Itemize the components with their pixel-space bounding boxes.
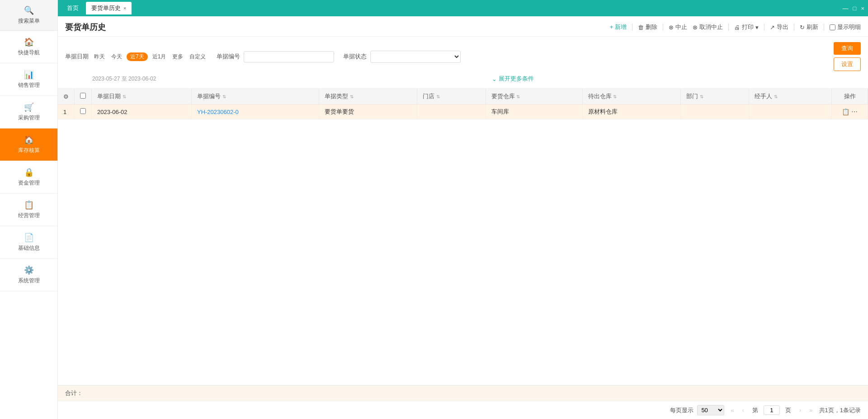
print-button-label: 打印 xyxy=(742,23,754,31)
window-maximize-icon[interactable]: □ xyxy=(853,5,857,12)
display-detail-checkbox[interactable]: 显示明细 xyxy=(830,23,861,31)
table-container: ⚙ 单据日期 ⇅ 单据编号 ⇅ 单据类型 xyxy=(58,89,868,385)
next-page-button[interactable]: › xyxy=(797,406,804,414)
toolbar-divider-2 xyxy=(663,24,663,31)
settings-button[interactable]: 设置 xyxy=(834,57,861,71)
window-minimize-icon[interactable]: — xyxy=(843,5,849,12)
pagination: 每页显示 50 100 200 « ‹ 第 页 › » 共1页，1条记录 xyxy=(58,401,868,419)
expand-conditions-button[interactable]: ⌄ 展开更多条件 xyxy=(492,75,534,83)
tab-active[interactable]: 要货单历史 × xyxy=(86,2,132,14)
basic-icon: 📄 xyxy=(24,233,34,243)
toolbar-divider-3 xyxy=(728,24,729,31)
date-shortcuts: 昨天 今天 近7天 近1月 更多 自定义 xyxy=(92,52,208,61)
row-more-icon[interactable]: ⋯ xyxy=(851,108,858,115)
tab-close-icon[interactable]: × xyxy=(123,5,126,11)
date-shortcut-more[interactable]: 更多 xyxy=(170,52,185,61)
sidebar-item-sales[interactable]: 📊 销售管理 xyxy=(0,63,57,96)
col-department[interactable]: 部门 ⇅ xyxy=(681,89,749,105)
refresh-icon: ↻ xyxy=(800,24,805,31)
new-button[interactable]: + 新增 xyxy=(610,23,627,31)
sidebar-item-basic[interactable]: 📄 基础信息 xyxy=(0,226,57,259)
sidebar-search-label: 搜索菜单 xyxy=(18,17,40,25)
purchase-icon: 🛒 xyxy=(24,102,34,112)
order-no-input[interactable] xyxy=(244,51,334,62)
delete-button[interactable]: 🗑 删除 xyxy=(638,23,657,31)
cancel-stop-button-label: 取消中止 xyxy=(699,23,723,31)
page-navigation: « ‹ 第 页 › » xyxy=(728,405,815,415)
col-store[interactable]: 门店 ⇅ xyxy=(417,89,486,105)
sidebar-label-purchase: 采购管理 xyxy=(18,114,40,122)
col-store-sort-icon: ⇅ xyxy=(436,94,440,99)
col-req-warehouse-label: 要货仓库 xyxy=(491,93,515,100)
export-icon: ↗ xyxy=(770,24,775,31)
sidebar-item-operation[interactable]: 📋 经营管理 xyxy=(0,194,57,226)
col-order-no-label: 单据编号 xyxy=(197,93,221,100)
page-word: 第 xyxy=(750,405,761,415)
window-close-icon[interactable]: × xyxy=(861,5,864,12)
toolbar-divider-6 xyxy=(824,24,824,31)
date-shortcut-custom[interactable]: 自定义 xyxy=(188,52,208,61)
row-edit-icon[interactable]: 📋 xyxy=(842,108,849,115)
last-page-button[interactable]: » xyxy=(807,406,815,414)
sidebar: 🔍 搜索菜单 🏠 快捷导航 📊 销售管理 🛒 采购管理 🏠 库存核算 🔒 资金管… xyxy=(0,0,58,419)
row-order-no-link[interactable]: YH-20230602-0 xyxy=(197,109,239,115)
search-icon: 🔍 xyxy=(24,5,34,15)
inventory-icon: 🏠 xyxy=(24,135,34,145)
date-shortcut-today[interactable]: 今天 xyxy=(109,52,124,61)
cancel-stop-icon: ⊗ xyxy=(693,24,698,31)
tab-home-label: 首页 xyxy=(67,4,79,12)
date-shortcut-yesterday[interactable]: 昨天 xyxy=(92,52,107,61)
col-operation: 操作 xyxy=(832,89,868,105)
sidebar-item-quick-nav[interactable]: 🏠 快捷导航 xyxy=(0,31,57,63)
query-button[interactable]: 查询 xyxy=(834,42,861,55)
tab-bar: 首页 要货单历史 × — □ × xyxy=(58,0,868,16)
col-order-no[interactable]: 单据编号 ⇅ xyxy=(191,89,319,105)
export-button[interactable]: ↗ 导出 xyxy=(770,23,788,31)
row-select-checkbox[interactable] xyxy=(80,108,86,114)
col-department-sort-icon: ⇅ xyxy=(700,94,703,99)
sidebar-label-quick-nav: 快捷导航 xyxy=(18,49,40,57)
col-req-warehouse[interactable]: 要货仓库 ⇅ xyxy=(486,89,582,105)
filter-row-1: 单据日期 昨天 今天 近7天 近1月 更多 自定义 单据编号 xyxy=(65,42,861,71)
select-all-checkbox[interactable] xyxy=(80,93,86,99)
stop-button[interactable]: ⊗ 中止 xyxy=(669,23,687,31)
print-dropdown-icon: ▾ xyxy=(755,24,759,31)
row-num: 1 xyxy=(58,105,75,119)
toolbar-divider-4 xyxy=(764,24,764,31)
col-date-sort-icon: ⇅ xyxy=(123,94,126,99)
print-button[interactable]: 🖨 打印 ▾ xyxy=(734,23,759,31)
row-date: 2023-06-02 xyxy=(92,105,192,119)
col-date[interactable]: 单据日期 ⇅ xyxy=(92,89,192,105)
col-handler[interactable]: 经手人 ⇅ xyxy=(749,89,832,105)
sidebar-item-finance[interactable]: 🔒 资金管理 xyxy=(0,161,57,194)
row-order-no: YH-20230602-0 xyxy=(191,105,319,119)
refresh-button[interactable]: ↻ 刷新 xyxy=(800,23,818,31)
row-order-type: 要货单要货 xyxy=(319,105,417,119)
row-department xyxy=(681,105,749,119)
sidebar-label-system: 系统管理 xyxy=(18,277,40,285)
sidebar-label-operation: 经营管理 xyxy=(18,212,40,219)
tab-home[interactable]: 首页 xyxy=(61,2,84,14)
col-settings[interactable]: ⚙ xyxy=(58,89,75,105)
operation-icon: 📋 xyxy=(24,200,34,210)
first-page-button[interactable]: « xyxy=(728,406,736,414)
col-order-type-label: 单据类型 xyxy=(325,93,348,100)
date-shortcut-7days[interactable]: 近7天 xyxy=(127,52,148,61)
cancel-stop-button[interactable]: ⊗ 取消中止 xyxy=(693,23,723,31)
page-number-input[interactable] xyxy=(764,405,780,415)
date-shortcut-1month[interactable]: 近1月 xyxy=(151,52,168,61)
display-detail-input[interactable] xyxy=(830,24,835,30)
sidebar-item-purchase[interactable]: 🛒 采购管理 xyxy=(0,96,57,129)
sidebar-item-inventory[interactable]: 🏠 库存核算 xyxy=(0,129,57,161)
col-order-type[interactable]: 单据类型 ⇅ xyxy=(319,89,417,105)
sidebar-item-system[interactable]: ⚙️ 系统管理 xyxy=(0,259,57,291)
footer-total-label: 合计： xyxy=(65,389,83,397)
col-department-label: 部门 xyxy=(686,93,698,100)
table-header-row: ⚙ 单据日期 ⇅ 单据编号 ⇅ 单据类型 xyxy=(58,89,868,105)
new-button-label: + 新增 xyxy=(610,23,627,31)
col-pending-warehouse[interactable]: 待出仓库 ⇅ xyxy=(582,89,680,105)
prev-page-button[interactable]: ‹ xyxy=(740,406,747,414)
sidebar-search[interactable]: 🔍 搜索菜单 xyxy=(0,0,57,31)
status-select[interactable] xyxy=(370,51,461,63)
page-size-select[interactable]: 50 100 200 xyxy=(697,405,724,415)
